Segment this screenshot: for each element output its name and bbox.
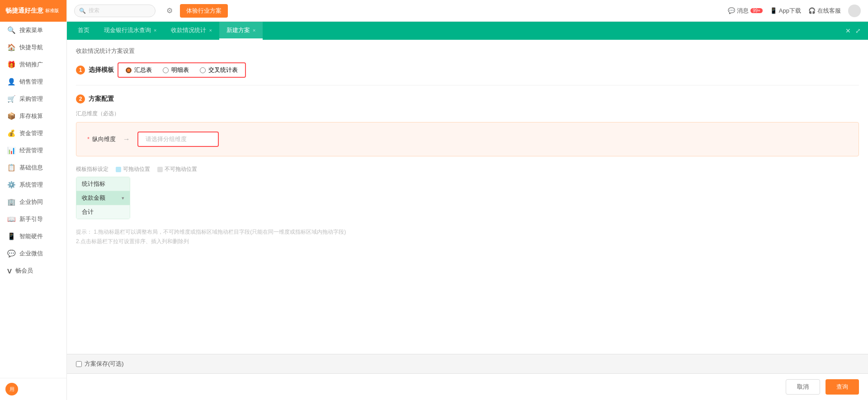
sidebar-label: 采购管理 bbox=[19, 95, 43, 103]
chart-icon: 📊 bbox=[7, 146, 16, 155]
save-checkbox-text: 方案保存(可选) bbox=[85, 360, 124, 368]
draggable-label: 可拖动位置 bbox=[123, 165, 150, 173]
chevron-down-icon[interactable]: ▾ bbox=[122, 195, 124, 201]
search-icon-sm: 🔍 bbox=[79, 8, 86, 14]
user-avatar[interactable] bbox=[848, 5, 861, 17]
message-badge: 99+ bbox=[750, 8, 763, 13]
column-label: 收款金额 bbox=[82, 194, 105, 202]
required-mark: * bbox=[87, 136, 90, 142]
sidebar-avatar[interactable]: 用 bbox=[5, 383, 18, 395]
sidebar-item-member[interactable]: V 畅会员 bbox=[0, 262, 66, 279]
sidebar-label: 库存核算 bbox=[19, 112, 43, 120]
radio-summary-input[interactable] bbox=[126, 67, 132, 73]
tab-home[interactable]: 首页 bbox=[71, 22, 97, 40]
radio-summary[interactable]: 汇总表 bbox=[126, 66, 152, 74]
vip-icon: V bbox=[7, 267, 12, 275]
save-checkbox-label[interactable]: 方案保存(可选) bbox=[76, 360, 124, 368]
gear-icon: ⚙️ bbox=[7, 181, 16, 189]
dim-vertical-label: * 纵向维度 bbox=[87, 135, 116, 143]
building-icon: 🏢 bbox=[7, 198, 16, 206]
radio-summary-label: 汇总表 bbox=[134, 66, 152, 74]
sidebar-item-search[interactable]: 🔍 搜索菜单 bbox=[0, 22, 66, 39]
section1-title: 选择模板 bbox=[89, 66, 114, 74]
sidebar-logo: 畅捷通好生意 标准版 bbox=[0, 0, 66, 22]
device-icon: 📱 bbox=[7, 232, 16, 240]
tab-newplan[interactable]: 新建方案 × bbox=[219, 22, 263, 40]
tab-label: 现金银行流水查询 bbox=[104, 26, 151, 34]
section1-num: 1 bbox=[76, 66, 85, 75]
fixed-dot bbox=[157, 167, 163, 172]
metrics-grid: 统计指标 收款金额 ▾ 合计 bbox=[76, 177, 130, 219]
sidebar-item-guide[interactable]: 📖 新手引导 bbox=[0, 211, 66, 228]
dim-title-text: 汇总维度（必选） bbox=[76, 110, 119, 117]
gift-icon: 🎁 bbox=[7, 61, 16, 69]
divider1 bbox=[76, 85, 859, 85]
dim-placeholder: 请选择分组维度 bbox=[146, 136, 187, 142]
radio-detail-label: 明细表 bbox=[171, 66, 189, 74]
sidebar: 畅捷通好生意 标准版 🔍 搜索菜单 🏠 快捷导航 🎁 营销推广 👤 销售管理 🛒… bbox=[0, 0, 67, 400]
page-title: 收款情况统计方案设置 bbox=[76, 47, 859, 55]
sidebar-item-purchase[interactable]: 🛒 采购管理 bbox=[0, 90, 66, 108]
fixed-label: 不可拖动位置 bbox=[165, 165, 197, 173]
sidebar-item-operations[interactable]: 📊 经营管理 bbox=[0, 142, 66, 159]
footer: 方案保存(可选) bbox=[67, 354, 868, 373]
message-btn[interactable]: 💬 消息 99+ bbox=[728, 7, 763, 15]
sidebar-label: 智能硬件 bbox=[19, 232, 43, 240]
sidebar-label: 经营管理 bbox=[19, 146, 43, 155]
metrics-section: 模板指标设定 可拖动位置 不可拖动位置 统计指标 bbox=[76, 165, 859, 219]
metrics-grid-header: 统计指标 bbox=[76, 177, 130, 191]
cancel-button[interactable]: 取消 bbox=[786, 379, 820, 395]
tip2: 2.点击标题栏下拉可设置排序、插入列和删除列 bbox=[76, 238, 859, 245]
service-icon: 🎧 bbox=[808, 7, 816, 14]
sidebar-item-basics[interactable]: 📋 基础信息 bbox=[0, 159, 66, 176]
sidebar-item-inventory[interactable]: 📦 库存核算 bbox=[0, 108, 66, 125]
dim-row: * 纵向维度 → 请选择分组维度 bbox=[87, 132, 848, 147]
radio-detail-input[interactable] bbox=[163, 67, 169, 73]
radio-detail[interactable]: 明细表 bbox=[163, 66, 189, 74]
tab-close-cashflow[interactable]: × bbox=[154, 28, 156, 33]
dimension-area: * 纵向维度 → 请选择分组维度 bbox=[76, 122, 859, 156]
query-button[interactable]: 查询 bbox=[826, 379, 859, 395]
section2-num: 2 bbox=[76, 94, 85, 104]
tab-cashflow[interactable]: 现金银行流水查询 × bbox=[97, 22, 164, 40]
sidebar-label: 搜索菜单 bbox=[19, 26, 43, 34]
close-window-icon[interactable]: ✕ bbox=[845, 27, 851, 34]
tab-close-newplan[interactable]: × bbox=[253, 28, 255, 33]
service-btn[interactable]: 🎧 在线客服 bbox=[808, 7, 841, 15]
sidebar-item-wechat[interactable]: 💬 企业微信 bbox=[0, 245, 66, 262]
app-download-btn[interactable]: 📱 App下载 bbox=[770, 7, 801, 15]
industry-btn[interactable]: 体验行业方案 bbox=[180, 4, 228, 18]
radio-cross[interactable]: 交叉统计表 bbox=[200, 66, 238, 74]
sidebar-item-system[interactable]: ⚙️ 系统管理 bbox=[0, 176, 66, 193]
section2-title: 方案配置 bbox=[89, 95, 114, 103]
sidebar-item-quicknav[interactable]: 🏠 快捷导航 bbox=[0, 39, 66, 56]
sidebar-label: 畅会员 bbox=[15, 267, 33, 275]
section2-header: 2 方案配置 bbox=[76, 94, 859, 104]
message-label: 消息 bbox=[737, 7, 749, 15]
sidebar-item-funds[interactable]: 💰 资金管理 bbox=[0, 125, 66, 142]
app-icon: 📱 bbox=[770, 7, 777, 14]
sidebar-item-enterprise[interactable]: 🏢 企业协同 bbox=[0, 193, 66, 211]
avatar-initials: 用 bbox=[9, 386, 14, 393]
draggable-indicator: 可拖动位置 bbox=[116, 165, 150, 173]
topbar-right: 💬 消息 99+ 📱 App下载 🎧 在线客服 bbox=[728, 5, 861, 17]
sidebar-label: 企业协同 bbox=[19, 198, 43, 206]
sidebar-item-marketing[interactable]: 🎁 营销推广 bbox=[0, 56, 66, 73]
sidebar-label: 营销推广 bbox=[19, 61, 43, 69]
service-label: 在线客服 bbox=[817, 7, 841, 15]
sidebar-label: 系统管理 bbox=[19, 181, 43, 189]
save-checkbox[interactable] bbox=[76, 361, 82, 367]
radio-cross-input[interactable] bbox=[200, 67, 206, 73]
tab-close-collection[interactable]: × bbox=[209, 28, 212, 33]
sidebar-item-hardware[interactable]: 📱 智能硬件 bbox=[0, 228, 66, 245]
maximize-icon[interactable]: ⤢ bbox=[855, 27, 861, 34]
dim-select[interactable]: 请选择分组维度 bbox=[137, 132, 219, 147]
sidebar-label: 销售管理 bbox=[19, 78, 43, 86]
sidebar-item-sales[interactable]: 👤 销售管理 bbox=[0, 73, 66, 90]
section2: 2 方案配置 汇总维度（必选） * 纵向维度 → 请选择分 bbox=[76, 94, 859, 245]
tab-collection[interactable]: 收款情况统计 × bbox=[164, 22, 219, 40]
content-area: 收款情况统计方案设置 1 选择模板 汇总表 明细表 交叉统计 bbox=[67, 40, 868, 400]
metrics-label-row: 模板指标设定 可拖动位置 不可拖动位置 bbox=[76, 165, 859, 173]
settings-icon[interactable]: ⚙ bbox=[166, 6, 173, 15]
metrics-column-header[interactable]: 收款金额 ▾ bbox=[76, 191, 130, 205]
